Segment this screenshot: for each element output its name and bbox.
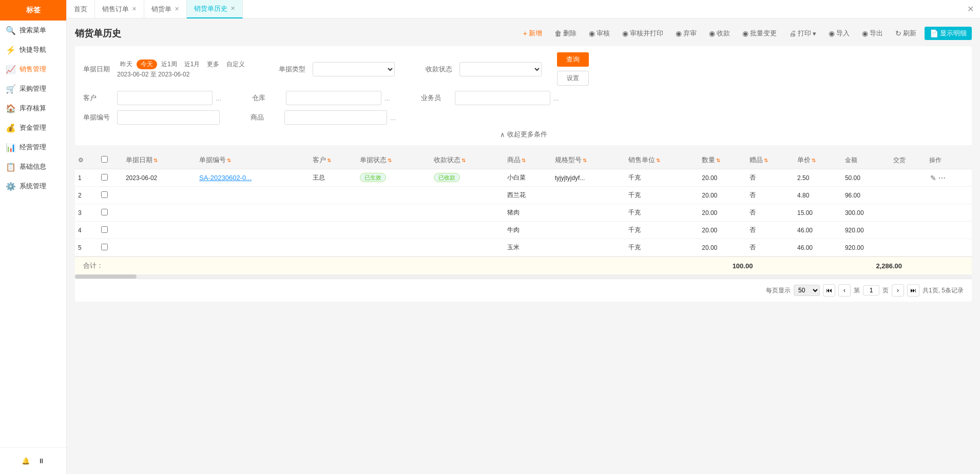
warehouse-ellipsis[interactable]: ... <box>385 94 390 102</box>
horizontal-scrollbar[interactable] <box>75 274 972 279</box>
page-label-before: 第 <box>854 286 860 295</box>
first-page-button[interactable]: ⏮ <box>823 284 835 297</box>
salesperson-ellipsis[interactable]: ... <box>553 94 559 102</box>
row-checkbox[interactable] <box>98 239 123 256</box>
row-checkbox[interactable] <box>98 204 123 222</box>
batch-change-button[interactable]: ◉ 批量变更 <box>738 27 781 40</box>
row-select-checkbox[interactable] <box>101 191 108 198</box>
col-payment-status[interactable]: 收款状态⇅ <box>431 151 504 169</box>
delete-button[interactable]: 🗑 删除 <box>550 27 581 40</box>
col-gift[interactable]: 赠品⇅ <box>746 151 794 169</box>
payment-status-label: 收款状态 <box>426 65 456 74</box>
tab-home[interactable]: 首页 <box>67 0 95 18</box>
yesterday-btn[interactable]: 昨天 <box>117 60 136 69</box>
col-customer[interactable]: 客户⇅ <box>310 151 357 169</box>
col-unit[interactable]: 销售单位⇅ <box>625 151 699 169</box>
row-doc-no[interactable] <box>196 239 309 256</box>
tab-close-sales-history[interactable]: ✕ <box>230 5 235 12</box>
row-doc-no[interactable] <box>196 204 309 222</box>
custom-btn[interactable]: 自定义 <box>223 60 248 69</box>
sidebar-item-search-menu[interactable]: 🔍 搜索菜单 <box>0 21 66 40</box>
page-number-input[interactable] <box>863 285 879 295</box>
print-button[interactable]: 🖨 打印 ▾ <box>785 27 820 40</box>
col-goods[interactable]: 商品⇅ <box>504 151 552 169</box>
audit-print-button[interactable]: ◉ 审核并打印 <box>618 27 667 40</box>
doc-status-badge: 已生效 <box>360 173 386 182</box>
tab-sales-order[interactable]: 销售订单 ✕ <box>95 0 144 18</box>
col-spec[interactable]: 规格型号⇅ <box>552 151 625 169</box>
refresh-button[interactable]: ↻ 刷新 <box>891 27 920 40</box>
query-button[interactable]: 查询 <box>557 52 589 67</box>
row-actions[interactable] <box>926 187 972 204</box>
sidebar-item-purchase-mgmt[interactable]: 🛒 采购管理 <box>0 79 66 98</box>
sidebar-item-sys-mgmt[interactable]: ⚙️ 系统管理 <box>0 176 66 196</box>
col-doc-date[interactable]: 单据日期⇅ <box>123 151 196 169</box>
page-title: 销货单历史 <box>75 27 121 40</box>
tab-sales-delivery[interactable]: 销货单 ✕ <box>144 0 187 18</box>
row-actions[interactable] <box>926 222 972 239</box>
doc-no-link[interactable]: SA-20230602-0... <box>199 174 252 182</box>
audit-button[interactable]: ◉ 审核 <box>585 27 614 40</box>
row-doc-no[interactable]: SA-20230602-0... <box>196 169 309 187</box>
next-page-button[interactable]: › <box>892 284 904 297</box>
sidebar-item-operations[interactable]: 📊 经营管理 <box>0 137 66 157</box>
page-size-select[interactable]: 20 50 100 <box>794 285 820 296</box>
row-checkbox[interactable] <box>98 222 123 239</box>
sidebar-item-sales-mgmt[interactable]: 📈 销售管理 <box>0 60 66 79</box>
row-doc-no[interactable] <box>196 187 309 204</box>
customer-input[interactable] <box>117 91 213 105</box>
prev-page-button[interactable]: ‹ <box>838 284 851 297</box>
docno-input[interactable] <box>117 110 220 125</box>
col-doc-no[interactable]: 单据编号⇅ <box>196 151 309 169</box>
new-button[interactable]: + 新增 <box>519 27 546 40</box>
row-select-checkbox[interactable] <box>101 174 108 181</box>
tab-close-sales-order[interactable]: ✕ <box>132 6 137 12</box>
row-select-checkbox[interactable] <box>101 244 108 250</box>
import-button[interactable]: ◉ 导入 <box>824 27 854 40</box>
row-unit-price: 15.00 <box>794 204 842 222</box>
more-btn[interactable]: 更多 <box>204 60 222 69</box>
collect-button[interactable]: ◉ 收款 <box>705 27 734 40</box>
tab-close-sales-delivery[interactable]: ✕ <box>175 6 179 12</box>
more-action-icon[interactable]: ⋯ <box>938 174 946 182</box>
col-doc-status[interactable]: 单据状态⇅ <box>357 151 430 169</box>
select-all-checkbox[interactable] <box>101 156 108 163</box>
goods-ellipsis[interactable]: ... <box>390 114 396 122</box>
today-btn[interactable]: 今天 <box>137 60 157 69</box>
warehouse-input[interactable] <box>286 91 381 105</box>
set-button[interactable]: 设置 <box>557 71 589 86</box>
row-actions[interactable] <box>926 239 972 256</box>
row-select-checkbox[interactable] <box>101 226 108 233</box>
payment-status-select[interactable] <box>459 62 542 76</box>
row-actions[interactable] <box>926 204 972 222</box>
row-checkbox[interactable] <box>98 169 123 187</box>
export-button[interactable]: ◉ 导出 <box>858 27 887 40</box>
edit-icon[interactable]: ✎ <box>930 174 936 182</box>
sidebar-item-quick-nav[interactable]: ⚡ 快捷导航 <box>0 40 66 60</box>
customer-ellipsis[interactable]: ... <box>216 94 221 102</box>
last-month-btn[interactable]: 近1月 <box>181 60 203 69</box>
scrollbar-thumb[interactable] <box>75 274 137 279</box>
last-page-button[interactable]: ⏭ <box>907 284 919 297</box>
close-all-tabs[interactable]: ✕ <box>961 4 980 14</box>
col-settings[interactable]: ⚙ <box>75 151 98 169</box>
last7-btn[interactable]: 近1周 <box>158 60 180 69</box>
sidebar-item-finance[interactable]: 💰 资金管理 <box>0 118 66 137</box>
col-qty[interactable]: 数量⇅ <box>699 151 746 169</box>
row-doc-no[interactable] <box>196 222 309 239</box>
sidebar-item-basic-info[interactable]: 📋 基础信息 <box>0 157 66 176</box>
sidebar-bottom-btn1[interactable]: 🔔 ⏸ <box>0 452 66 470</box>
sidebar-item-inventory[interactable]: 🏠 库存核算 <box>0 98 66 118</box>
doc-type-select[interactable] <box>313 62 395 76</box>
show-detail-button[interactable]: 📄 显示明细 <box>925 27 972 40</box>
salesperson-input[interactable] <box>455 91 550 105</box>
row-select-checkbox[interactable] <box>101 209 108 215</box>
row-amount: 920.00 <box>842 222 890 239</box>
col-unit-price[interactable]: 单价⇅ <box>794 151 842 169</box>
collapse-button[interactable]: ∧ 收起更多条件 <box>83 130 964 139</box>
abandon-button[interactable]: ◉ 弃审 <box>671 27 701 40</box>
row-checkbox[interactable] <box>98 187 123 204</box>
goods-input[interactable] <box>284 110 387 125</box>
row-actions[interactable]: ✎⋯ <box>926 169 972 187</box>
tab-sales-history[interactable]: 销货单历史 ✕ <box>187 0 243 18</box>
